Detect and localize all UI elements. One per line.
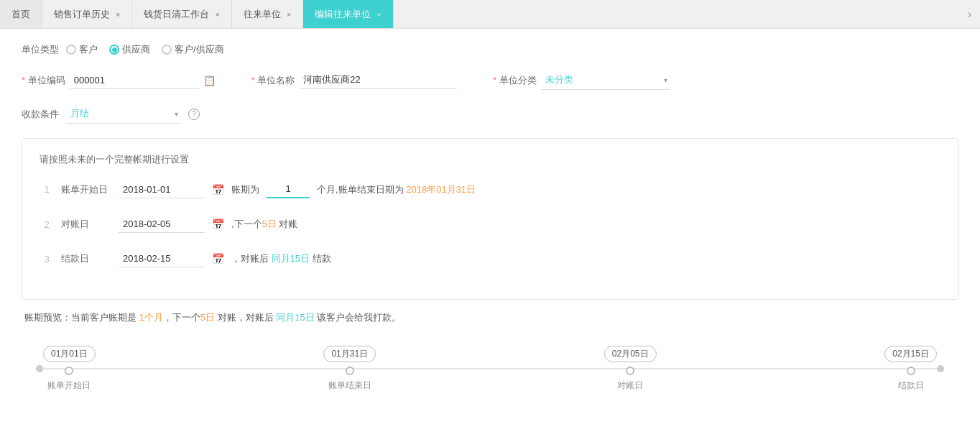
unit-name-group: 单位名称 — [251, 72, 458, 89]
reconciliation-label: 对账日 — [61, 218, 111, 231]
billing-preview-text: 账期预览：当前客户账期是 1个月，下一个5日 对账，对账后 同月15日 该客户会… — [22, 311, 958, 324]
timeline-label-3: 结款日 — [898, 380, 924, 392]
billing-period-input[interactable] — [267, 180, 310, 198]
close-sales-order-history-icon[interactable]: × — [116, 10, 120, 19]
timeline-node-1: 01月31日 账单结束日 — [323, 346, 376, 392]
tab-sales-order-history[interactable]: 销售订单历史 × — [42, 0, 132, 28]
timeline-label-1: 账单结束日 — [328, 380, 371, 392]
timeline-dot-1 — [346, 367, 354, 375]
timeline-dot-3 — [907, 367, 915, 375]
timeline-label-2: 对账日 — [617, 380, 643, 392]
radio-customer[interactable]: 客户 — [66, 43, 98, 56]
help-icon[interactable]: ? — [188, 109, 200, 120]
billing-end-date-highlight: 2018年01月31日 — [406, 184, 476, 195]
billing-start-row: 1 账单开始日 📅 账期为 个月,账单结束日期为 2018年01月31日 — [40, 180, 940, 198]
main-content: 单位类型 客户 供应商 客户/供应商 单位编码 📋 单位名称 — [0, 29, 980, 437]
reconciliation-row: 2 对账日 📅 ,下一个5日 对账 — [40, 216, 940, 233]
radio-supplier[interactable]: 供应商 — [109, 43, 150, 56]
radio-customer-supplier-circle — [162, 45, 172, 55]
reconciliation-suffix: ,下一个5日 对账 — [231, 218, 297, 231]
unit-category-dropdown[interactable]: 未分类 ▾ — [541, 70, 670, 90]
unit-code-group: 单位编码 📋 — [22, 72, 216, 89]
payment-terms-row: 收款条件 月结 ▾ ? — [22, 104, 958, 124]
timeline-node-0: 01月01日 账单开始日 — [43, 346, 96, 392]
timeline-node-2: 02月05日 对账日 — [604, 346, 657, 392]
expand-tabs-button[interactable]: › — [959, 0, 980, 28]
billing-timeline: 01月01日 账单开始日 01月31日 账单结束日 02月05日 对账日 02月… — [22, 339, 958, 399]
row-num-1: 1 — [40, 184, 54, 195]
payment-terms-value: 月结 — [66, 104, 175, 123]
tab-bar: 首页 销售订单历史 × 钱货日清工作台 × 往来单位 × 编辑往来单位 × › — [0, 0, 980, 29]
unit-code-calendar-icon[interactable]: 📋 — [203, 75, 216, 86]
unit-category-label: 单位分类 — [493, 74, 537, 87]
billing-period-prefix: 账期为 — [231, 183, 259, 196]
unit-category-group: 单位分类 未分类 ▾ — [493, 70, 670, 90]
timeline-badge-0: 01月01日 — [43, 346, 96, 362]
unit-category-value: 未分类 — [541, 70, 664, 89]
timeline-dot-2 — [626, 367, 634, 375]
payment-label: 结款日 — [61, 252, 111, 265]
timeline-badge-2: 02月05日 — [604, 346, 657, 362]
preview-day-highlight: 5日 — [200, 312, 215, 323]
timeline-label-0: 账单开始日 — [47, 380, 91, 392]
timeline-node-3: 02月15日 结款日 — [884, 346, 937, 392]
help-icon-symbol: ? — [192, 110, 196, 118]
tab-home[interactable]: 首页 — [0, 0, 42, 28]
close-counterparty-icon[interactable]: × — [287, 10, 291, 19]
tab-edit-counterparty[interactable]: 编辑往来单位 × — [303, 0, 393, 28]
unit-type-label: 单位类型 — [22, 43, 59, 56]
tab-cash-ledger[interactable]: 钱货日清工作台 × — [132, 0, 231, 28]
timeline-dot-0 — [65, 367, 73, 375]
reconciliation-calendar-icon[interactable]: 📅 — [212, 218, 224, 230]
radio-customer-circle — [66, 45, 76, 55]
preview-payment-day-highlight: 同月15日 — [276, 312, 314, 323]
payment-calendar-icon[interactable]: 📅 — [212, 253, 224, 264]
timeline-items: 01月01日 账单开始日 01月31日 账单结束日 02月05日 对账日 02月… — [43, 346, 937, 392]
radio-supplier-circle — [109, 45, 119, 55]
payment-day-highlight: 同月15日 — [272, 253, 310, 264]
payment-terms-dropdown-arrow-icon: ▾ — [175, 110, 181, 118]
unit-type-row: 单位类型 客户 供应商 客户/供应商 — [22, 43, 958, 56]
payment-suffix: ，对账后 同月15日 结款 — [231, 252, 331, 265]
unit-category-dropdown-arrow-icon: ▾ — [664, 76, 670, 84]
timeline-badge-3: 02月15日 — [884, 346, 937, 362]
expand-icon: › — [968, 8, 971, 21]
radio-customer-supplier[interactable]: 客户/供应商 — [162, 43, 224, 56]
preview-period-highlight: 1个月 — [139, 312, 163, 323]
reconciliation-day-highlight: 5日 — [262, 218, 277, 229]
payment-terms-dropdown[interactable]: 月结 ▾ — [66, 104, 181, 124]
unit-code-input[interactable] — [70, 72, 199, 89]
billing-period-suffix: 个月,账单结束日期为 2018年01月31日 — [317, 183, 476, 196]
billing-start-label: 账单开始日 — [61, 183, 111, 196]
row-num-2: 2 — [40, 219, 54, 230]
payment-terms-label: 收款条件 — [22, 108, 59, 121]
close-edit-counterparty-icon[interactable]: × — [376, 10, 381, 19]
payment-row: 3 结款日 📅 ，对账后 同月15日 结款 — [40, 250, 940, 267]
billing-period-section: 请按照未来的一个完整帐期进行设置 1 账单开始日 📅 账期为 个月,账单结束日期… — [22, 138, 958, 300]
unit-name-label: 单位名称 — [251, 74, 295, 87]
close-cash-ledger-icon[interactable]: × — [215, 10, 219, 19]
radio-supplier-label: 供应商 — [122, 43, 150, 56]
section-description: 请按照未来的一个完整帐期进行设置 — [40, 153, 940, 166]
billing-start-calendar-icon[interactable]: 📅 — [212, 184, 224, 196]
unit-type-radio-group: 客户 供应商 客户/供应商 — [66, 43, 224, 56]
tab-counterparty[interactable]: 往来单位 × — [232, 0, 303, 28]
billing-start-date-input[interactable] — [119, 181, 205, 198]
unit-code-label: 单位编码 — [22, 74, 65, 87]
radio-customer-label: 客户 — [79, 43, 98, 56]
reconciliation-date-input[interactable] — [119, 216, 205, 233]
radio-customer-supplier-label: 客户/供应商 — [175, 43, 224, 56]
timeline-badge-1: 01月31日 — [323, 346, 376, 362]
unit-name-input[interactable] — [299, 72, 457, 89]
unit-fields-row: 单位编码 📋 单位名称 单位分类 未分类 ▾ — [22, 70, 958, 90]
payment-date-input[interactable] — [119, 250, 205, 267]
row-num-3: 3 — [40, 254, 54, 264]
